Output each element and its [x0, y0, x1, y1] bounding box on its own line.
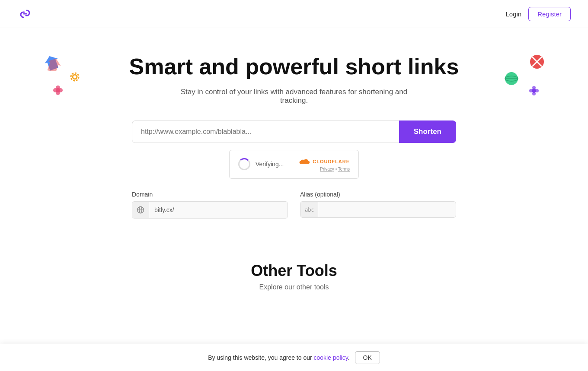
navbar: Login Register — [0, 0, 588, 28]
domain-input[interactable] — [149, 202, 288, 218]
svg-line-11 — [533, 57, 541, 66]
hero-title: Smart and powerful short links — [129, 54, 459, 80]
svg-point-7 — [53, 88, 58, 92]
svg-point-19 — [535, 89, 539, 92]
svg-point-8 — [58, 88, 63, 92]
domain-label: Domain — [132, 191, 288, 198]
svg-point-14 — [505, 76, 518, 81]
svg-line-12 — [533, 57, 541, 66]
fields-row: Domain Alias (optional) abc — [132, 191, 456, 219]
svg-point-6 — [56, 91, 60, 95]
deco-red-circle-icon — [529, 54, 545, 71]
other-tools-section: Other Tools Explore our other tools — [0, 236, 588, 300]
cf-brand-text: CLOUDFLARE — [313, 159, 350, 164]
svg-point-20 — [532, 89, 536, 93]
register-button[interactable]: Register — [528, 7, 571, 21]
deco-flower-icon — [52, 84, 64, 98]
url-input[interactable] — [132, 120, 399, 143]
svg-point-13 — [505, 72, 518, 85]
svg-point-9 — [56, 88, 60, 92]
cf-links: Privacy • Terms — [320, 167, 350, 171]
shorten-button[interactable]: Shorten — [399, 120, 456, 143]
svg-point-17 — [532, 92, 536, 95]
cookie-text-before: By using this website, you agree to our — [208, 354, 312, 361]
alias-input-wrap: abc — [300, 201, 456, 218]
svg-point-3 — [73, 75, 77, 79]
cf-terms-link[interactable]: Terms — [338, 167, 350, 171]
svg-marker-2 — [45, 56, 61, 71]
deco-arrow-icon — [43, 54, 61, 73]
cloudflare-cloud-icon — [297, 157, 311, 166]
alias-abc-icon: abc — [300, 202, 318, 217]
svg-point-16 — [532, 86, 536, 89]
login-button[interactable]: Login — [505, 10, 521, 18]
nav-actions: Login Register — [505, 7, 571, 21]
svg-point-4 — [71, 73, 79, 81]
cf-separator: • — [336, 167, 337, 171]
deco-purple-flower-icon — [527, 84, 540, 99]
svg-point-5 — [56, 86, 60, 90]
domain-www-icon — [132, 202, 149, 218]
deco-gear-icon — [69, 71, 80, 84]
svg-marker-1 — [43, 54, 61, 71]
hero-section: Smart and powerful short links Stay in c… — [0, 28, 588, 236]
cookie-text-after: . — [348, 354, 350, 361]
cf-left: Verifying... — [238, 158, 284, 170]
alias-input[interactable] — [318, 202, 456, 217]
cloudflare-widget: Verifying... CLOUDFLARE Privacy • Terms — [229, 150, 359, 179]
cookie-policy-link[interactable]: cookie policy — [314, 354, 348, 361]
svg-point-18 — [529, 89, 533, 92]
logo-icon — [17, 6, 33, 22]
deco-green-ball-icon — [504, 71, 519, 88]
url-form: Shorten — [132, 120, 456, 143]
logo[interactable] — [17, 6, 33, 22]
domain-input-wrap — [132, 201, 288, 219]
svg-point-10 — [530, 55, 544, 69]
alias-label: Alias (optional) — [300, 191, 456, 198]
cookie-banner: By using this website, you agree to our … — [0, 344, 588, 371]
cf-logo: CLOUDFLARE — [297, 157, 350, 166]
alias-field-group: Alias (optional) abc — [300, 191, 456, 219]
cf-spinner — [238, 158, 250, 170]
other-tools-subtitle: Explore our other tools — [9, 283, 579, 291]
svg-text:abc: abc — [305, 207, 313, 212]
cookie-ok-button[interactable]: OK — [355, 351, 380, 364]
cf-privacy-link[interactable]: Privacy — [320, 167, 334, 171]
domain-field-group: Domain — [132, 191, 288, 219]
cf-verifying-text: Verifying... — [256, 161, 284, 168]
cookie-text: By using this website, you agree to our … — [208, 354, 349, 361]
hero-subtitle: Stay in control of your links with advan… — [169, 88, 419, 105]
other-tools-title: Other Tools — [9, 262, 579, 280]
cf-right: CLOUDFLARE Privacy • Terms — [297, 157, 350, 171]
